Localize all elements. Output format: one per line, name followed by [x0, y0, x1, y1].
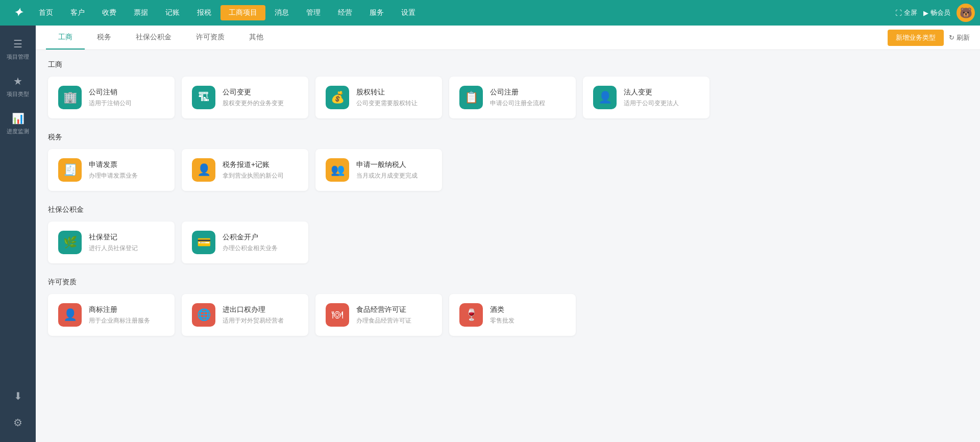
vip-button[interactable]: ▶ 畅会员	[923, 8, 950, 17]
nav-right-actions: ⛶ 全屏 ▶ 畅会员 🐻	[895, 4, 975, 22]
card-text-0-2: 股权转让 公司变更需要股权转让	[356, 88, 418, 108]
sidebar-item-1[interactable]: ★项目类型	[0, 68, 36, 105]
section-title-0: 工商	[48, 60, 968, 69]
card-3-1[interactable]: 🌐 进出口权办理 适用于对外贸易经营者	[182, 294, 308, 336]
card-1-2[interactable]: 👥 申请一般纳税人 当月或次月成变更完成	[315, 149, 442, 191]
cards-grid-2: 🌿 社保登记 进行人员社保登记 💳 公积金开户 办理公积金相关业务	[48, 222, 968, 263]
sidebar-label-2: 进度监测	[7, 128, 29, 135]
sidebar-download-icon[interactable]: ⬇	[0, 384, 36, 408]
nav-item-报税[interactable]: 报税	[189, 5, 219, 20]
sidebar-label-0: 项目管理	[7, 53, 29, 61]
cards-grid-1: 🧾 申请发票 办理申请发票业务 👤 税务报道+记账 拿到营业执照的新公司 👥 申…	[48, 149, 968, 191]
card-desc-2-0: 进行人员社保登记	[89, 244, 138, 253]
card-title-3-0: 商标注册	[89, 305, 150, 314]
card-0-1[interactable]: 🏗 公司变更 股权变更外的业务变更	[182, 77, 308, 118]
card-icon-0-2: 💰	[326, 86, 349, 109]
sidebar-label-1: 项目类型	[7, 90, 29, 98]
card-desc-3-1: 适用于对外贸易经营者	[223, 316, 284, 325]
card-icon-3-0: 👤	[58, 303, 82, 327]
avatar[interactable]: 🐻	[957, 4, 975, 22]
card-2-0[interactable]: 🌿 社保登记 进行人员社保登记	[48, 222, 175, 263]
tab-工商[interactable]: 工商	[46, 26, 85, 50]
card-icon-1-1: 👤	[192, 158, 215, 182]
tab-bar: 工商税务社保公积金许可资质其他 新增业务类型 ↻ 刷新	[36, 26, 980, 50]
card-1-0[interactable]: 🧾 申请发票 办理申请发票业务	[48, 149, 175, 191]
tab-许可资质[interactable]: 许可资质	[184, 26, 237, 50]
card-icon-3-1: 🌐	[192, 303, 215, 327]
nav-item-收费[interactable]: 收费	[94, 5, 125, 20]
card-icon-2-0: 🌿	[58, 231, 82, 254]
nav-item-记账[interactable]: 记账	[157, 5, 188, 20]
nav-item-设置[interactable]: 设置	[393, 5, 424, 20]
card-title-1-1: 税务报道+记账	[223, 160, 284, 169]
sidebar-item-0[interactable]: ☰项目管理	[0, 31, 36, 68]
card-icon-3-3: 🍷	[459, 303, 483, 327]
card-desc-2-1: 办理公积金相关业务	[223, 244, 278, 253]
nav-item-工商项目[interactable]: 工商项目	[220, 5, 265, 20]
sidebar-icon-0: ☰	[13, 38, 22, 50]
card-title-3-2: 食品经营许可证	[356, 305, 411, 314]
tab-其他[interactable]: 其他	[237, 26, 276, 50]
card-desc-0-0: 适用于注销公司	[89, 99, 132, 108]
tab-actions: 新增业务类型 ↻ 刷新	[888, 30, 970, 46]
tab-税务[interactable]: 税务	[85, 26, 124, 50]
card-desc-0-1: 股权变更外的业务变更	[223, 99, 284, 108]
card-desc-3-0: 用于企业商标注册服务	[89, 316, 150, 325]
card-text-3-1: 进出口权办理 适用于对外贸易经营者	[223, 305, 284, 325]
card-desc-1-1: 拿到营业执照的新公司	[223, 171, 284, 180]
tab-社保公积金[interactable]: 社保公积金	[124, 26, 184, 50]
sidebar-bottom: ⬇ ⚙	[0, 384, 36, 442]
card-text-0-3: 公司注册 申请公司注册全流程	[490, 88, 545, 108]
card-3-3[interactable]: 🍷 酒类 零售批发	[449, 294, 576, 336]
nav-item-首页[interactable]: 首页	[31, 5, 61, 20]
nav-item-票据[interactable]: 票据	[126, 5, 156, 20]
card-title-0-3: 公司注册	[490, 88, 545, 97]
card-text-2-0: 社保登记 进行人员社保登记	[89, 233, 138, 253]
card-desc-3-3: 零售批发	[490, 316, 514, 325]
card-0-3[interactable]: 📋 公司注册 申请公司注册全流程	[449, 77, 576, 118]
card-desc-0-2: 公司变更需要股权转让	[356, 99, 418, 108]
card-icon-3-2: 🍽	[326, 303, 349, 327]
card-title-3-1: 进出口权办理	[223, 305, 284, 314]
card-0-2[interactable]: 💰 股权转让 公司变更需要股权转让	[315, 77, 442, 118]
card-title-0-4: 法人变更	[624, 88, 679, 97]
card-2-1[interactable]: 💳 公积金开户 办理公积金相关业务	[182, 222, 308, 263]
card-desc-0-4: 适用于公司变更法人	[624, 99, 679, 108]
sidebar-settings-icon[interactable]: ⚙	[0, 410, 36, 435]
nav-item-经营[interactable]: 经营	[330, 5, 360, 20]
card-3-0[interactable]: 👤 商标注册 用于企业商标注册服务	[48, 294, 175, 336]
card-text-1-0: 申请发票 办理申请发票业务	[89, 160, 138, 180]
card-3-2[interactable]: 🍽 食品经营许可证 办理食品经营许可证	[315, 294, 442, 336]
card-0-4[interactable]: 👤 法人变更 适用于公司变更法人	[583, 77, 709, 118]
refresh-button[interactable]: ↻ 刷新	[949, 33, 970, 42]
sidebar-item-2[interactable]: 📊进度监测	[0, 105, 36, 142]
nav-item-服务[interactable]: 服务	[361, 5, 392, 20]
sidebar-icon-1: ★	[13, 75, 22, 87]
card-text-0-1: 公司变更 股权变更外的业务变更	[223, 88, 284, 108]
card-0-0[interactable]: 🏢 公司注销 适用于注销公司	[48, 77, 175, 118]
card-title-2-1: 公积金开户	[223, 233, 278, 242]
card-icon-1-0: 🧾	[58, 158, 82, 182]
card-text-0-4: 法人变更 适用于公司变更法人	[624, 88, 679, 108]
nav-item-管理[interactable]: 管理	[298, 5, 329, 20]
card-title-2-0: 社保登记	[89, 233, 138, 242]
nav-item-客户[interactable]: 客户	[62, 5, 93, 20]
card-title-1-2: 申请一般纳税人	[356, 160, 418, 169]
card-desc-1-2: 当月或次月成变更完成	[356, 171, 418, 180]
card-title-0-1: 公司变更	[223, 88, 284, 97]
section-title-1: 税务	[48, 133, 968, 142]
scroll-content[interactable]: 工商 🏢 公司注销 适用于注销公司 🏗 公司变更 股权变更外的业务变更 💰 股权…	[36, 50, 980, 442]
card-title-1-0: 申请发票	[89, 160, 138, 169]
nav-item-消息[interactable]: 消息	[266, 5, 297, 20]
card-text-3-3: 酒类 零售批发	[490, 305, 514, 325]
card-icon-1-2: 👥	[326, 158, 349, 182]
fullscreen-button[interactable]: ⛶ 全屏	[895, 8, 917, 17]
card-desc-3-2: 办理食品经营许可证	[356, 316, 411, 325]
top-navigation: ✦ 首页客户收费票据记账报税工商项目消息管理经营服务设置 ⛶ 全屏 ▶ 畅会员 …	[0, 0, 980, 26]
section-title-3: 许可资质	[48, 278, 968, 287]
vip-icon: ▶	[923, 9, 928, 17]
card-icon-0-3: 📋	[459, 86, 483, 109]
content-area: 工商税务社保公积金许可资质其他 新增业务类型 ↻ 刷新 工商 🏢 公司注销 适用…	[36, 26, 980, 442]
add-type-button[interactable]: 新增业务类型	[888, 30, 944, 46]
card-1-1[interactable]: 👤 税务报道+记账 拿到营业执照的新公司	[182, 149, 308, 191]
